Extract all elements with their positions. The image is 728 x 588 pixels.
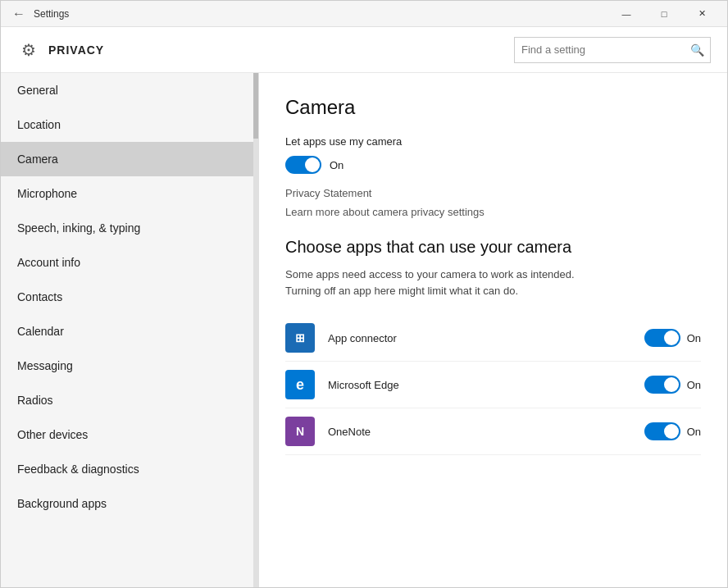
app-onenote-toggle-label: On: [687, 426, 701, 438]
app-edge-icon: e: [285, 370, 315, 399]
sidebar-item-speech[interactable]: Speech, inking, & typing: [1, 211, 258, 245]
main-toggle-state: On: [330, 159, 344, 171]
toggle-thumb: [664, 377, 679, 392]
sidebar-item-camera[interactable]: Camera: [1, 142, 258, 176]
sidebar-item-background[interactable]: Background apps: [1, 486, 258, 521]
app-onenote-name: OneNote: [328, 426, 644, 438]
app-edge-name: Microsoft Edge: [328, 379, 644, 391]
sidebar-item-messaging[interactable]: Messaging: [1, 349, 258, 383]
main-toggle-row: On: [285, 156, 701, 174]
sidebar-item-radios[interactable]: Radios: [1, 383, 258, 417]
app-connector-icon: ⊞: [285, 323, 315, 353]
app-row-connector: ⊞ App connector On: [285, 315, 701, 362]
app-connector-name: App connector: [328, 332, 644, 344]
toggle-thumb: [664, 424, 679, 439]
back-button[interactable]: ←: [7, 2, 30, 25]
app-edge-toggle-label: On: [687, 379, 701, 391]
app-header: ⚙ PRIVACY 🔍: [1, 27, 727, 73]
app-connector-toggle-row: On: [644, 329, 701, 347]
app-content: ⚙ PRIVACY 🔍 General Location Camera: [1, 27, 727, 587]
sidebar-scrollbar-thumb: [253, 73, 258, 139]
search-input[interactable]: [515, 43, 684, 56]
app-onenote-toggle-row: On: [644, 422, 701, 440]
search-icon[interactable]: 🔍: [684, 37, 710, 63]
minimize-button[interactable]: —: [607, 1, 645, 27]
app-row-edge: e Microsoft Edge On: [285, 362, 701, 408]
app-connector-toggle[interactable]: [644, 329, 680, 347]
settings-window: ← Settings — □ ✕ ⚙ PRIVACY 🔍 Gener: [0, 0, 728, 588]
title-bar: ← Settings — □ ✕: [1, 1, 727, 27]
search-box: 🔍: [514, 37, 711, 63]
privacy-icon: ⚙: [17, 39, 40, 62]
toggle-thumb: [305, 157, 320, 172]
app-row-onenote: N OneNote On: [285, 408, 701, 455]
toggle-thumb: [664, 330, 679, 345]
sidebar-scrollbar[interactable]: [253, 73, 258, 587]
app-edge-toggle-row: On: [644, 376, 701, 394]
page-title: Camera: [285, 96, 701, 119]
sidebar-item-location[interactable]: Location: [1, 107, 258, 142]
privacy-statement-link[interactable]: Privacy Statement: [285, 187, 701, 199]
window-controls: — □ ✕: [607, 1, 721, 27]
app-connector-toggle-label: On: [687, 332, 701, 344]
app-onenote-toggle[interactable]: [644, 422, 680, 440]
camera-main-toggle[interactable]: [285, 156, 321, 174]
section-title: Choose apps that can use your camera: [285, 238, 701, 257]
main-layout: General Location Camera Microphone Speec…: [1, 73, 727, 587]
sidebar-item-microphone[interactable]: Microphone: [1, 176, 258, 211]
content-area: Camera Let apps use my camera On Privacy…: [259, 73, 727, 587]
sidebar-item-account[interactable]: Account info: [1, 245, 258, 280]
close-button[interactable]: ✕: [683, 1, 721, 27]
sidebar-item-contacts[interactable]: Contacts: [1, 280, 258, 314]
app-edge-toggle[interactable]: [644, 376, 680, 394]
sidebar-item-feedback[interactable]: Feedback & diagnostics: [1, 452, 258, 486]
privacy-title: PRIVACY: [48, 43, 514, 57]
learn-more-link[interactable]: Learn more about camera privacy settings: [285, 206, 701, 218]
sidebar: General Location Camera Microphone Speec…: [1, 73, 259, 587]
sidebar-item-general[interactable]: General: [1, 73, 258, 107]
section-description: Some apps need access to your camera to …: [285, 267, 701, 299]
sidebar-item-calendar[interactable]: Calendar: [1, 314, 258, 349]
sidebar-item-other[interactable]: Other devices: [1, 417, 258, 452]
main-toggle-label: Let apps use my camera: [285, 135, 701, 148]
window-title: Settings: [34, 8, 607, 20]
maximize-button[interactable]: □: [645, 1, 683, 27]
app-onenote-icon: N: [285, 417, 315, 446]
